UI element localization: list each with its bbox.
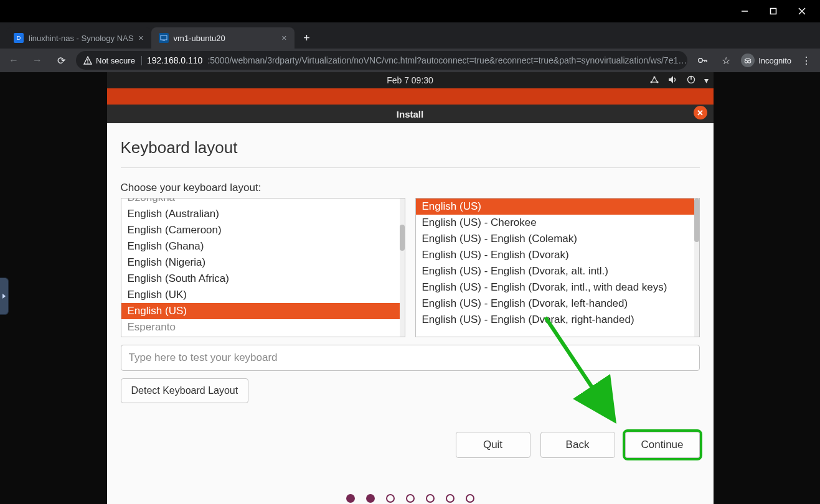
progress-dots — [121, 494, 700, 503]
step-dot — [346, 494, 355, 503]
svg-point-8 — [87, 62, 88, 63]
novnc-panel-handle[interactable] — [0, 278, 9, 315]
tab-close-icon[interactable]: × — [281, 33, 286, 43]
address-bar[interactable]: Not secure 192.168.0.110:5000/webman/3rd… — [76, 51, 687, 70]
menu-icon[interactable]: ⋮ — [798, 52, 815, 69]
svg-point-9 — [699, 58, 702, 62]
tab-vm1[interactable]: vm1-ubuntu20 × — [151, 27, 295, 49]
list-item[interactable]: English (US) - English (Dvorak, intl., w… — [416, 279, 699, 296]
test-keyboard-input[interactable] — [121, 345, 700, 371]
step-dot — [386, 494, 395, 503]
favicon-dsm-icon: D — [14, 33, 24, 43]
detect-layout-button[interactable]: Detect Keyboard Layout — [121, 378, 249, 403]
scroll-thumb[interactable] — [694, 198, 699, 242]
step-dot — [426, 494, 435, 503]
back-icon[interactable]: ← — [5, 52, 22, 69]
list-item[interactable]: Dzongkha — [121, 198, 405, 206]
list-item-selected[interactable]: English (US) — [416, 198, 699, 215]
step-dot — [406, 494, 415, 503]
maximize-icon[interactable] — [759, 2, 788, 21]
incognito-label: Incognito — [758, 56, 791, 65]
list-item[interactable]: English (US) - English (Colemak) — [416, 231, 699, 247]
layout-language-listbox[interactable]: Dzongkha English (Australian) English (C… — [121, 198, 405, 337]
security-label: Not secure — [96, 56, 135, 65]
tab-strip: D linuxhint-nas - Synology NAS × vm1-ubu… — [0, 22, 820, 49]
list-item[interactable]: English (US) - Cherokee — [416, 215, 699, 231]
clock: Feb 7 09:30 — [387, 75, 433, 85]
scrollbar[interactable] — [400, 198, 405, 337]
tab-label: vm1-ubuntu20 — [174, 34, 225, 43]
installer-close-button[interactable]: ✕ — [694, 106, 707, 119]
bookmark-icon[interactable]: ☆ — [717, 52, 735, 69]
power-icon[interactable] — [687, 75, 695, 86]
scroll-thumb[interactable] — [400, 225, 405, 251]
back-button[interactable]: Back — [540, 432, 615, 458]
list-item[interactable]: English (South Africa) — [121, 271, 405, 287]
list-item[interactable]: English (Ghana) — [121, 238, 405, 254]
list-item[interactable]: English (US) - English (Dvorak) — [416, 247, 699, 263]
svg-rect-1 — [771, 9, 776, 14]
list-item[interactable]: English (Cameroon) — [121, 222, 405, 238]
step-dot — [466, 494, 474, 503]
incognito-icon — [741, 54, 755, 67]
close-icon[interactable] — [788, 2, 816, 21]
favicon-vm-icon — [159, 33, 169, 43]
window-titlebar — [0, 0, 820, 22]
svg-marker-21 — [669, 76, 673, 83]
page-content: Feb 7 09:30 ▾ Install ✕ Keyboard layout … — [0, 72, 820, 504]
step-dot — [446, 494, 455, 503]
divider — [121, 167, 700, 168]
forward-icon[interactable]: → — [29, 52, 46, 69]
volume-icon[interactable] — [668, 75, 678, 86]
url-host: 192.168.0.110 — [147, 55, 203, 65]
tab-label: linuxhint-nas - Synology NAS — [29, 34, 133, 43]
list-item[interactable]: Esperanto — [121, 319, 405, 335]
decorative-strip — [107, 88, 714, 105]
minimize-icon[interactable] — [730, 2, 759, 21]
list-item[interactable]: English (Nigeria) — [121, 254, 405, 271]
tab-synology[interactable]: D linuxhint-nas - Synology NAS × — [6, 27, 151, 49]
svg-rect-4 — [161, 35, 167, 40]
list-item[interactable]: English (US) - English (Dvorak, left-han… — [416, 296, 699, 312]
continue-button[interactable]: Continue — [625, 432, 700, 458]
svg-point-13 — [745, 60, 748, 63]
new-tab-button[interactable]: + — [298, 29, 316, 47]
svg-line-18 — [651, 77, 654, 82]
reload-icon[interactable]: ⟳ — [52, 52, 70, 69]
warning-icon — [83, 56, 92, 65]
choose-layout-label: Choose your keyboard layout: — [121, 182, 700, 194]
layout-variant-listbox[interactable]: English (US) English (US) - Cherokee Eng… — [415, 198, 700, 337]
step-dot — [366, 494, 375, 503]
list-item[interactable]: English (UK) — [121, 287, 405, 303]
gnome-topbar[interactable]: Feb 7 09:30 ▾ — [107, 72, 714, 88]
incognito-badge[interactable]: Incognito — [741, 54, 791, 67]
network-icon[interactable] — [649, 75, 659, 86]
list-item[interactable]: English (Australian) — [121, 206, 405, 222]
key-icon[interactable] — [694, 52, 711, 69]
svg-line-19 — [654, 77, 657, 82]
chevron-down-icon[interactable]: ▾ — [704, 75, 709, 85]
installer-body: Keyboard layout Choose your keyboard lay… — [107, 123, 714, 504]
tab-close-icon[interactable]: × — [138, 33, 143, 43]
installer-titlebar: Install ✕ — [107, 105, 714, 123]
installer-title: Install — [397, 109, 423, 119]
svg-point-14 — [748, 60, 751, 63]
list-item[interactable]: English (US) - English (Dvorak, alt. int… — [416, 263, 699, 279]
quit-button[interactable]: Quit — [456, 432, 530, 458]
list-item-selected[interactable]: English (US) — [121, 303, 405, 319]
browser-toolbar: ← → ⟳ Not secure 192.168.0.110:5000/webm… — [0, 49, 820, 72]
url-path: :5000/webman/3rdparty/Virtualization/noV… — [207, 55, 687, 65]
list-item[interactable]: English (US) - English (Dvorak, right-ha… — [416, 312, 699, 328]
vm-screen: Feb 7 09:30 ▾ Install ✕ Keyboard layout … — [107, 72, 714, 504]
page-heading: Keyboard layout — [121, 138, 700, 157]
scrollbar[interactable] — [694, 198, 699, 337]
